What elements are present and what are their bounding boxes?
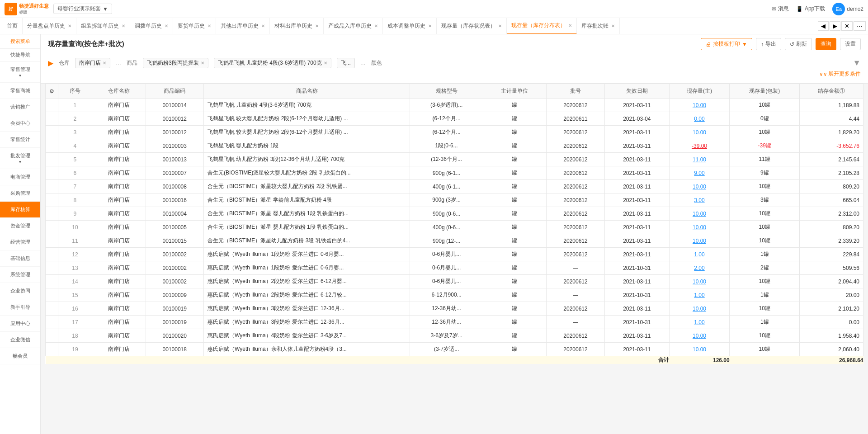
cell-stock-main[interactable]: 10.00 (669, 234, 729, 248)
sidebar-item-marketing[interactable]: 营销推广 (0, 99, 40, 115)
main-layout: 搜索菜单 快捷导航 零售管理▼ 零售商城 营销推广 会员中心 零售统计 批发管理… (0, 34, 868, 434)
tab-next-button[interactable]: ▶ (830, 21, 840, 31)
cell-stock-main[interactable]: 10.00 (669, 180, 729, 193)
tab-close-icon[interactable]: ✕ (428, 24, 432, 28)
cell-spec: 12-36月幼... (410, 302, 483, 316)
cell-stock-main[interactable]: 2.00 (669, 261, 729, 275)
sidebar-item-retail-management[interactable]: 零售管理▼ (0, 61, 40, 83)
tab-stock-status[interactable]: 现存量（库存状况表）✕ (437, 18, 507, 34)
sidebar-item-guide[interactable]: 新手引导 (0, 299, 40, 316)
tab-close-icon[interactable]: ✕ (165, 24, 168, 28)
tab-cost-adj[interactable]: 成本调整单历史✕ (383, 18, 437, 34)
product-filter-tag-1[interactable]: 飞鹤奶粉3段丙提握装 ✕ (143, 58, 208, 68)
tab-close-icon[interactable]: ✕ (68, 24, 71, 28)
cell-stock-pkg: 10罐 (730, 207, 800, 221)
export-button[interactable]: ↑ 导出 (756, 38, 781, 50)
message-button[interactable]: ✉ 消息 (772, 5, 789, 13)
cell-balance: -3,652.76 (800, 139, 863, 153)
col-stock-main: 现存量(主) (669, 84, 729, 99)
tab-menu-button[interactable]: ⋯ (854, 21, 866, 31)
cell-stock-main[interactable]: 9.00 (669, 166, 729, 180)
cell-stock-pkg: 9罐 (730, 166, 800, 180)
refresh-button[interactable]: ↺ 刷新 (785, 38, 812, 50)
cell-stock-main[interactable]: 0.00 (669, 112, 729, 126)
tab-prev-button[interactable]: ◀ (818, 21, 829, 31)
expand-conditions-button[interactable]: ∨∨ 展开更多条件 (819, 70, 861, 78)
tab-close-icon[interactable]: ✕ (122, 24, 125, 28)
warehouse-filter-tag[interactable]: 南岸门店 ✕ (75, 58, 110, 68)
cell-stock-main[interactable]: 1.00 (669, 288, 729, 302)
cell-stock-main[interactable]: 10.00 (669, 329, 729, 343)
product-filter-tag-3[interactable]: 飞... (337, 58, 355, 68)
tab-close-icon[interactable]: ✕ (208, 24, 211, 28)
sidebar-quick-nav[interactable]: 快捷导航 (0, 49, 40, 61)
tab-close-all-button[interactable]: ✕ (841, 21, 853, 31)
user-profile[interactable]: Ea demo2 (832, 3, 863, 15)
sidebar-search[interactable]: 搜索菜单 (0, 34, 40, 49)
cell-stock-main[interactable]: 1.00 (669, 248, 729, 261)
col-settings[interactable]: ⚙ (46, 84, 58, 99)
tab-disassemble[interactable]: 组装拆卸单历史✕ (76, 18, 130, 34)
cell-unit: 罐 (483, 112, 547, 126)
cell-stock-main[interactable]: 11.00 (669, 153, 729, 166)
tab-close-icon[interactable]: ✕ (315, 24, 319, 28)
product-filter-tag-2[interactable]: 飞鹤星飞帆 儿童奶粉 4段(3-6岁适用) 700克 ✕ (214, 58, 331, 68)
product-more-icon[interactable]: … (360, 60, 366, 66)
tab-close-icon[interactable]: ✕ (568, 23, 572, 28)
tab-product-in[interactable]: 产成品入库单历史✕ (324, 18, 383, 34)
tab-transfer[interactable]: 调拨单历史✕ (130, 18, 173, 34)
cell-stock-main[interactable]: 10.00 (669, 275, 729, 288)
remove-product-filter-2-icon[interactable]: ✕ (324, 61, 327, 66)
tab-home[interactable]: 首页 (2, 18, 23, 34)
tab-other-out[interactable]: 其他出库单历史✕ (216, 18, 270, 34)
cell-stock-main[interactable]: 10.00 (669, 343, 729, 356)
sidebar-item-member[interactable]: 畅会员 (0, 348, 40, 364)
sidebar-item-retail-stats[interactable]: 零售统计 (0, 132, 40, 148)
settings-button[interactable]: 设置 (840, 38, 861, 50)
filter-chevron-down-icon[interactable]: ▼ (853, 58, 861, 68)
sidebar-item-basic-info[interactable]: 基础信息 (0, 250, 40, 267)
cell-stock-main[interactable]: 1.00 (669, 316, 729, 329)
cell-stock-main[interactable]: -39.00 (669, 139, 729, 153)
tab-material-out[interactable]: 材料出库单历史✕ (270, 18, 324, 34)
filter-expand-left-icon[interactable]: ▶ (48, 59, 53, 67)
cell-stock-main[interactable]: 10.00 (669, 302, 729, 316)
remove-warehouse-filter-icon[interactable]: ✕ (103, 61, 106, 66)
nav-tabs: 首页 分量盘点单历史✕ 组装拆卸单历史✕ 调拨单历史✕ 要货单历史✕ 其他出库单… (0, 18, 868, 34)
sidebar-item-wholesale[interactable]: 批发管理▼ (0, 148, 40, 169)
sidebar-item-management[interactable]: 经营管理 (0, 234, 40, 250)
warehouse-more-icon[interactable]: … (116, 60, 121, 66)
cell-stock-main[interactable]: 10.00 (669, 99, 729, 112)
tab-close-icon[interactable]: ✕ (611, 24, 615, 28)
remove-product-filter-1-icon[interactable]: ✕ (201, 61, 204, 66)
sidebar-item-system[interactable]: 系统管理 (0, 267, 40, 283)
cell-unit: 罐 (483, 234, 547, 248)
cell-stock-main[interactable]: 10.00 (669, 126, 729, 139)
query-button[interactable]: 查询 (816, 38, 836, 50)
sidebar-item-ecommerce[interactable]: 电商管理 (0, 169, 40, 185)
sidebar-item-inventory[interactable]: 库存核算 (0, 202, 40, 218)
tab-close-icon[interactable]: ✕ (261, 24, 265, 28)
sidebar-item-purchase[interactable]: 采购管理 (0, 185, 40, 202)
tab-close-icon[interactable]: ✕ (374, 24, 378, 28)
sidebar-item-wechat[interactable]: 企业微信 (0, 332, 40, 348)
cell-warehouse: 南岸门店 (92, 288, 146, 302)
tab-partial[interactable]: 分量盘点单历史✕ (23, 18, 76, 34)
sidebar-item-finance[interactable]: 资金管理 (0, 218, 40, 234)
sidebar-item-enterprise[interactable]: 企业协同 (0, 283, 40, 299)
sidebar-item-retail-mall[interactable]: 零售商城 (0, 83, 40, 99)
app-download-button[interactable]: 📱 App下载 (796, 5, 825, 13)
tab-batch-ledger[interactable]: 库存批次账✕ (577, 18, 620, 34)
cell-spec: 900g (3岁... (410, 193, 483, 207)
sidebar-item-member-center[interactable]: 会员中心 (0, 115, 40, 132)
tab-stock-dist[interactable]: 现存量（库存分布表）✕ (507, 18, 577, 34)
cell-stock-main[interactable]: 10.00 (669, 221, 729, 234)
workspace-selector[interactable]: 母婴行业演示账套 ▼ (53, 4, 112, 14)
tab-close-icon[interactable]: ✕ (498, 24, 502, 28)
cell-no: 4 (58, 139, 92, 153)
cell-stock-main[interactable]: 10.00 (669, 207, 729, 221)
template-print-button[interactable]: 🖨 按模板打印 ▼ (701, 38, 752, 50)
sidebar-item-app-center[interactable]: 应用中心 (0, 316, 40, 332)
tab-request[interactable]: 要货单历史✕ (173, 18, 216, 34)
cell-stock-main[interactable]: 3.00 (669, 193, 729, 207)
